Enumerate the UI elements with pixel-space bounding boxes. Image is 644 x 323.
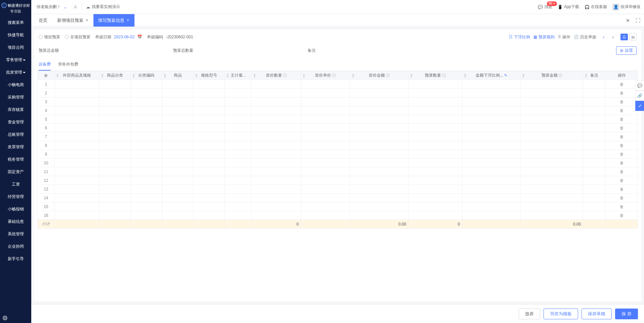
header-6[interactable]: ▲▼造价数量?	[252, 71, 301, 80]
delete-icon[interactable]: 🗑	[620, 204, 624, 209]
header-8[interactable]: ▲▼造价金额?	[350, 71, 408, 80]
table-row[interactable]: 3🗑	[38, 97, 638, 106]
sidebar-item-17[interactable]: 系统管理	[0, 228, 31, 240]
delete-icon[interactable]: 🗑	[620, 187, 624, 192]
side-tool-expand[interactable]: ⤢	[635, 101, 644, 111]
table-row[interactable]: 11🗑	[38, 167, 638, 176]
sidebar-item-9[interactable]: 总账管理	[0, 128, 31, 141]
delete-icon[interactable]: 🗑	[620, 178, 624, 183]
delete-icon[interactable]: 🗑	[620, 117, 624, 122]
sort-icon[interactable]: ▲▼	[101, 73, 104, 78]
support-button[interactable]: 🎧 在线客服	[585, 4, 607, 10]
table-row[interactable]: 7🗑	[38, 132, 638, 141]
tab-close-icon[interactable]: ✕	[85, 18, 88, 23]
header-9[interactable]: ▲▼预算数量?	[408, 71, 462, 80]
sort-icon[interactable]: ▲▼	[164, 73, 167, 78]
tab-0[interactable]: 首页	[34, 14, 52, 27]
table-row[interactable]: 2🗑	[38, 89, 638, 97]
delete-icon[interactable]: 🗑	[620, 196, 624, 200]
table-row[interactable]: 10🗑	[38, 159, 638, 167]
sidebar-item-15[interactable]: 小畅报销	[0, 203, 31, 215]
table-row[interactable]: 9🗑	[38, 150, 638, 159]
delete-icon[interactable]: 🗑	[620, 161, 624, 165]
sidebar-item-8[interactable]: 资金管理	[0, 116, 31, 128]
table-row[interactable]: 1🗑	[38, 80, 638, 89]
sidebar-item-7[interactable]: 库存核算	[0, 104, 31, 116]
sort-icon[interactable]: ▲▼	[253, 73, 256, 78]
sidebar-item-13[interactable]: 工资	[0, 178, 31, 191]
settings-button[interactable]: ⚙设置	[616, 46, 637, 55]
sidebar-item-11[interactable]: 税务管理	[0, 153, 31, 166]
workspace-selector[interactable]: 徐老板勿删！ ⌄	[35, 3, 69, 11]
sort-icon[interactable]: ▲▼	[464, 73, 467, 78]
user-menu[interactable]: 👤 徐泽华修改	[612, 4, 641, 10]
header-4[interactable]: ▲▼规格型号	[193, 71, 225, 80]
table-row[interactable]: 5🗑	[38, 115, 638, 124]
sort-icon[interactable]: ▲▼	[410, 73, 413, 78]
delete-icon[interactable]: 🗑	[620, 91, 624, 95]
table-row[interactable]: 4🗑	[38, 106, 638, 115]
demo-link[interactable]: ☁ 我要看实例演示	[86, 4, 120, 10]
sort-icon[interactable]: ▲▼	[195, 73, 198, 78]
view-list[interactable]: ☰	[620, 34, 628, 40]
save-draft-button[interactable]: 保存草稿	[581, 309, 612, 319]
table-row[interactable]: 8🗑	[38, 141, 638, 150]
sort-icon[interactable]: ▲▼	[132, 73, 135, 78]
sidebar-item-0[interactable]: 搜索菜单	[0, 16, 31, 29]
delete-icon[interactable]: 🗑	[620, 82, 624, 87]
save-button[interactable]: 保 存	[615, 309, 638, 319]
operate-button[interactable]: ⠿操作	[558, 34, 570, 40]
sidebar-item-5[interactable]: 小畅电商	[0, 79, 31, 91]
delete-icon[interactable]: 🗑	[620, 152, 624, 157]
discard-button[interactable]: 放弃	[519, 309, 540, 319]
delete-icon[interactable]: 🗑	[620, 134, 624, 139]
tab-close-all[interactable]: ✕	[624, 16, 632, 25]
side-tool-chat[interactable]: 💬	[635, 81, 644, 91]
side-tool-link[interactable]: 🔗	[635, 91, 644, 101]
edit-icon[interactable]: ✎	[504, 73, 507, 78]
table-row[interactable]: 13🗑	[38, 185, 638, 194]
header-12[interactable]: ▲▼备注	[583, 71, 606, 80]
sort-icon[interactable]: ▲▼	[585, 73, 588, 78]
table-row[interactable]: 16🗑	[38, 211, 638, 220]
table-row[interactable]: 12🗑	[38, 176, 638, 185]
sidebar-item-10[interactable]: 发票管理	[0, 141, 31, 153]
delete-icon[interactable]: 🗑	[620, 108, 624, 113]
header-5[interactable]: ▲▼主计量...	[225, 71, 252, 80]
header-13[interactable]: 操作	[606, 71, 638, 80]
header-0[interactable]: ▲▼外部商品及规格	[54, 71, 99, 80]
tab-2[interactable]: 填写预算信息✕	[93, 14, 134, 27]
radio-non-project-budget[interactable]: 非项目预算	[65, 34, 90, 40]
sidebar-item-1[interactable]: 快捷导航	[0, 29, 31, 41]
delete-icon[interactable]: 🗑	[620, 143, 624, 148]
sidebar-item-3[interactable]: 零售管理	[0, 54, 31, 66]
sort-icon[interactable]: ▲▼	[522, 73, 525, 78]
header-11[interactable]: ▲▼预算金额?	[520, 71, 583, 80]
float-ratio-button[interactable]: ☷下浮比例	[509, 34, 530, 40]
radio-project-budget[interactable]: 项目预算	[39, 34, 60, 40]
sort-icon[interactable]: ▲▼	[352, 73, 355, 78]
sort-icon[interactable]: ▲▼	[56, 73, 59, 78]
next-record[interactable]: ›	[609, 33, 617, 41]
col-settings[interactable]: ⚙	[38, 71, 55, 80]
messages-button[interactable]: 💬 消息 99 +	[538, 4, 552, 10]
header-3[interactable]: ▲▼商品	[162, 71, 193, 80]
sidebar-item-14[interactable]: 经营管理	[0, 191, 31, 203]
header-10[interactable]: ▲▼金额下浮比例...✎	[462, 71, 520, 80]
sidebar-item-6[interactable]: 采购管理	[0, 91, 31, 104]
app-download-button[interactable]: 📱 App下载	[558, 4, 579, 10]
tab-1[interactable]: 新增项目预算✕	[52, 14, 93, 27]
sidebar-item-16[interactable]: 基础信息	[0, 215, 31, 228]
sidebar-item-4[interactable]: 批发管理	[0, 66, 31, 79]
fullscreen-button[interactable]: ⛶	[634, 16, 642, 25]
workspace-settings-icon[interactable]	[73, 5, 78, 9]
delete-icon[interactable]: 🗑	[620, 169, 624, 174]
sort-icon[interactable]: ▲▼	[303, 73, 306, 78]
sidebar-item-12[interactable]: 固定资产	[0, 166, 31, 178]
budget-rule-button[interactable]: ▦预算规则	[533, 34, 555, 40]
header-7[interactable]: ▲▼造价单价?	[301, 71, 350, 80]
header-1[interactable]: ▲▼商品分类	[99, 71, 130, 80]
bill-date[interactable]: 单据日期 2023-06-02 📅	[95, 34, 142, 40]
tab-close-icon[interactable]: ✕	[126, 18, 129, 23]
view-card[interactable]: ▤	[629, 34, 637, 40]
